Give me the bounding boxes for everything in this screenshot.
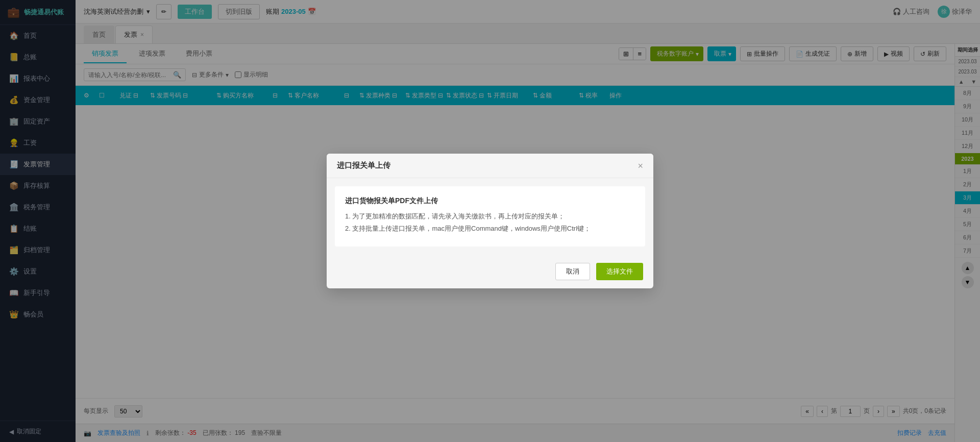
select-file-button[interactable]: 选择文件 [596,263,643,280]
dialog-section-title: 进口货物报关单PDF文件上传 [345,197,635,206]
dialog-notes: 1. 为了更加精准的数据匹配，请先录入海关缴款书，再上传对应的报关单； 2. 支… [345,212,635,233]
import-dialog: 进口报关单上传 × 进口货物报关单PDF文件上传 1. 为了更加精准的数据匹配，… [327,154,653,288]
dialog-note-2: 2. 支持批量上传进口报关单，mac用户使用Command键，windows用户… [345,224,635,233]
dialog-header: 进口报关单上传 × [327,154,653,178]
dialog-footer: 取消 选择文件 [327,255,653,288]
dialog-close-button[interactable]: × [638,161,643,170]
modal-overlay[interactable]: 进口报关单上传 × 进口货物报关单PDF文件上传 1. 为了更加精准的数据匹配，… [0,0,980,442]
dialog-note-1: 1. 为了更加精准的数据匹配，请先录入海关缴款书，再上传对应的报关单； [345,212,635,221]
dialog-body: 进口货物报关单PDF文件上传 1. 为了更加精准的数据匹配，请先录入海关缴款书，… [335,186,645,247]
dialog-title: 进口报关单上传 [337,161,390,170]
cancel-button[interactable]: 取消 [555,263,590,280]
